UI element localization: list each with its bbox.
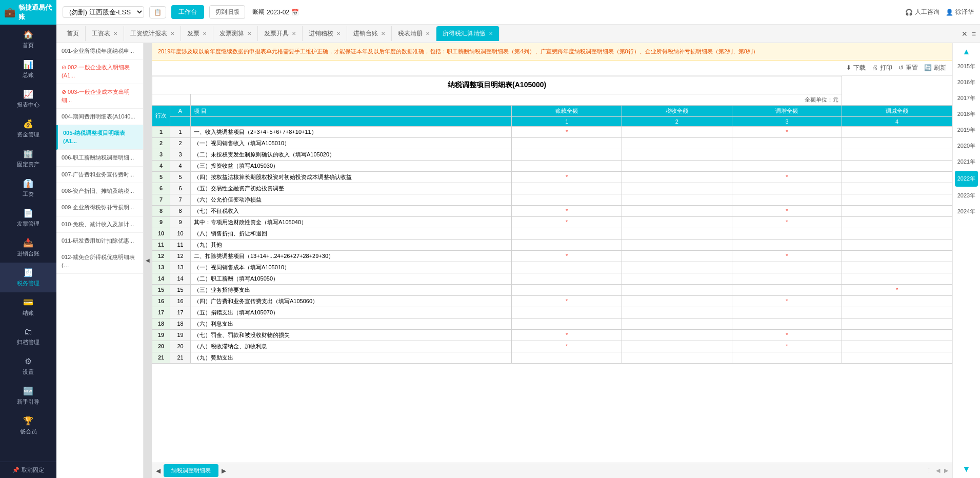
col-e[interactable]: [732, 149, 842, 160]
col-c[interactable]: *: [512, 126, 622, 137]
col-d[interactable]: [622, 171, 732, 183]
col-d[interactable]: [622, 318, 732, 329]
nav-tab-invoice-open[interactable]: 发票开具✕: [258, 26, 303, 41]
service-btn[interactable]: 🎧 人工咨询: [905, 8, 939, 16]
sidebar-item-settings[interactable]: ⚙ 设置: [0, 351, 56, 381]
col-d[interactable]: [622, 228, 732, 239]
refresh-btn[interactable]: 🔄 刷新: [924, 64, 946, 72]
col-c[interactable]: [512, 273, 622, 284]
year-item-2019年[interactable]: 2019年: [953, 122, 980, 138]
col-c[interactable]: [512, 228, 622, 239]
col-c[interactable]: *: [512, 171, 622, 183]
left-panel-item-010[interactable]: 010-免税、减计收入及加计...: [56, 216, 143, 233]
nav-tab-import-ledger[interactable]: 进销台账✕: [347, 26, 392, 41]
scroll-left[interactable]: ◀: [156, 467, 161, 474]
bottom-arrow-left[interactable]: ◀: [936, 467, 940, 474]
col-c[interactable]: [512, 352, 622, 363]
col-f[interactable]: [842, 295, 952, 307]
col-e[interactable]: *: [732, 205, 842, 216]
left-panel-item-012[interactable]: 012-减免企所得税优惠明细表(…: [56, 249, 143, 274]
sidebar-item-archive[interactable]: 🗂 归档管理: [0, 322, 56, 351]
col-e[interactable]: [732, 352, 842, 363]
nav-tab-invoice-calc[interactable]: 发票测算✕: [213, 26, 258, 41]
bottom-arrow-right[interactable]: ▶: [944, 467, 948, 474]
col-e[interactable]: [732, 284, 842, 295]
sidebar-item-import-ledger[interactable]: 📥 进销台账: [0, 233, 56, 263]
left-panel-item-007[interactable]: 007-广告费和业务宣传费时...: [56, 167, 143, 183]
sidebar-item-reports[interactable]: 📈 报表中心: [0, 84, 56, 114]
col-c[interactable]: *: [512, 341, 622, 352]
left-panel-item-003[interactable]: 003-一般企业成本支出明细...: [56, 84, 143, 109]
tab-close-invoice-open[interactable]: ✕: [292, 31, 296, 36]
col-d[interactable]: [622, 329, 732, 341]
col-e[interactable]: *: [732, 341, 842, 352]
left-panel-item-005[interactable]: 005-纳税调整项目明细表(A1...: [56, 125, 143, 150]
left-panel-item-009[interactable]: 009-企业所得税弥补亏损明...: [56, 200, 143, 216]
left-panel-item-006[interactable]: 006-职工薪酬纳税调整明细...: [56, 150, 143, 166]
col-f[interactable]: [842, 239, 952, 250]
sidebar-item-home[interactable]: 🏠 首页: [0, 25, 56, 54]
col-e[interactable]: [732, 194, 842, 205]
col-c[interactable]: [512, 160, 622, 171]
col-e[interactable]: *: [732, 250, 842, 262]
col-d[interactable]: [622, 273, 732, 284]
col-d[interactable]: [622, 295, 732, 307]
left-panel-item-001[interactable]: 001-企业所得税年度纳税申...: [56, 43, 143, 59]
col-f[interactable]: [842, 137, 952, 149]
sidebar-item-salary[interactable]: 👔 工资: [0, 173, 56, 203]
col-f[interactable]: [842, 329, 952, 341]
left-panel-item-011[interactable]: 011-研发费用加计扣除优惠...: [56, 233, 143, 249]
col-d[interactable]: [622, 137, 732, 149]
left-panel-item-002[interactable]: 002-一般企业收入明细表(A1...: [56, 59, 143, 84]
nav-tab-tax-clear[interactable]: 税表清册✕: [392, 26, 436, 41]
col-d[interactable]: [622, 341, 732, 352]
col-d[interactable]: [622, 126, 732, 137]
col-d[interactable]: [622, 149, 732, 160]
col-d[interactable]: [622, 216, 732, 228]
col-c[interactable]: [512, 318, 622, 329]
nav-tab-salary-stats[interactable]: 工资统计报表✕: [124, 26, 181, 41]
workbench-btn[interactable]: 工作台: [171, 5, 204, 19]
col-f[interactable]: [842, 126, 952, 137]
year-up-btn[interactable]: ▲: [961, 45, 973, 58]
col-d[interactable]: [622, 307, 732, 318]
sidebar-item-ledger[interactable]: 📊 总账: [0, 54, 56, 84]
tab-close-salary-stats[interactable]: ✕: [170, 31, 174, 36]
tab-close-salary[interactable]: ✕: [113, 31, 117, 36]
year-item-2020年[interactable]: 2020年: [953, 138, 980, 154]
year-item-2016年[interactable]: 2016年: [953, 74, 980, 90]
nav-tab-import-export[interactable]: 进销稽校✕: [303, 26, 347, 41]
col-d[interactable]: [622, 250, 732, 262]
tab-close-import-export[interactable]: ✕: [336, 31, 341, 36]
col-d[interactable]: [622, 239, 732, 250]
year-item-2018年[interactable]: 2018年: [953, 106, 980, 122]
col-f[interactable]: [842, 194, 952, 205]
year-item-2023年[interactable]: 2023年: [953, 188, 980, 204]
col-c[interactable]: [512, 137, 622, 149]
sidebar-item-member[interactable]: 🏆 畅会员: [0, 411, 56, 441]
year-item-2024年[interactable]: 2024年: [953, 204, 980, 220]
year-item-2021年[interactable]: 2021年: [953, 154, 980, 170]
col-f[interactable]: [842, 216, 952, 228]
col-c[interactable]: [512, 307, 622, 318]
col-c[interactable]: *: [512, 216, 622, 228]
year-item-2022年[interactable]: 2022年: [955, 171, 978, 187]
col-d[interactable]: [622, 194, 732, 205]
close-all-btn[interactable]: ✕: [962, 30, 968, 38]
left-panel-item-004[interactable]: 004-期间费用明细表(A1040...: [56, 109, 143, 125]
col-f[interactable]: [842, 205, 952, 216]
old-version-btn[interactable]: 切到旧版: [209, 5, 245, 19]
tab-close-income-tax[interactable]: ✕: [489, 31, 493, 36]
col-c[interactable]: [512, 194, 622, 205]
col-e[interactable]: *: [732, 329, 842, 341]
download-btn[interactable]: ⬇ 下载: [846, 64, 866, 72]
nav-tab-invoice[interactable]: 发票✕: [181, 26, 213, 41]
col-c[interactable]: [512, 284, 622, 295]
tab-close-import-ledger[interactable]: ✕: [381, 31, 385, 36]
col-e[interactable]: *: [732, 216, 842, 228]
col-c[interactable]: [512, 149, 622, 160]
tab-close-invoice-calc[interactable]: ✕: [247, 31, 251, 36]
bottom-tab-tax-adjust[interactable]: 纳税调整明细表: [164, 464, 218, 477]
col-e[interactable]: [732, 228, 842, 239]
col-c[interactable]: [512, 183, 622, 194]
